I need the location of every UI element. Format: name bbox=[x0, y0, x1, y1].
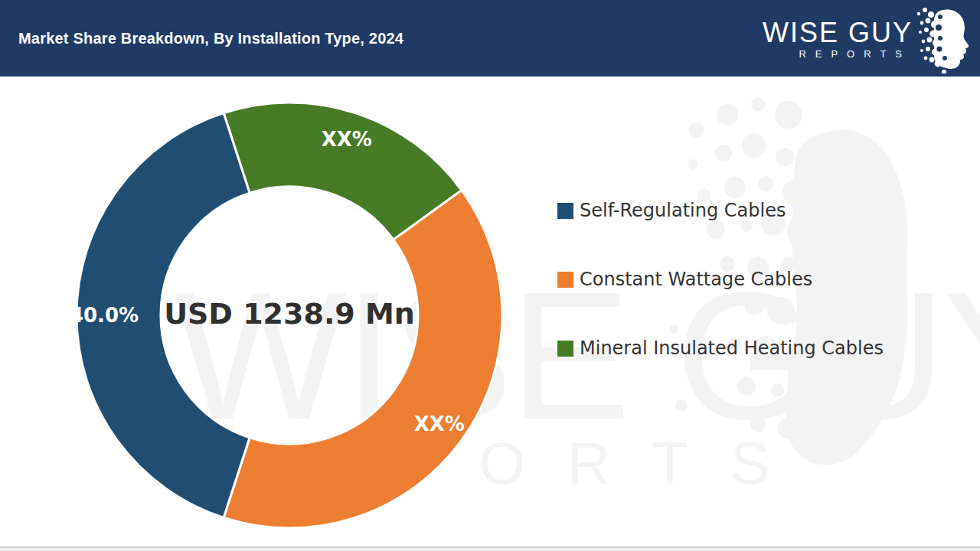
bottom-border bbox=[0, 546, 980, 551]
legend-item-mineral-insulated-heating-cables: Mineral Insulated Heating Cables bbox=[557, 338, 884, 358]
watermark-text-2: REPORTS bbox=[230, 429, 812, 498]
wiseguy-face-icon bbox=[914, 5, 972, 73]
legend-swatch-blue bbox=[557, 203, 573, 219]
report-page: Market Share Breakdown, By Installation … bbox=[0, 0, 980, 551]
chart-legend: Self-Regulating Cables Constant Wattage … bbox=[557, 201, 884, 358]
legend-item-self-regulating-cables: Self-Regulating Cables bbox=[557, 201, 884, 220]
legend-item-constant-wattage-cables: Constant Wattage Cables bbox=[557, 269, 884, 289]
legend-label: Self-Regulating Cables bbox=[580, 200, 786, 221]
legend-swatch-green bbox=[557, 341, 573, 357]
wiseguy-logo: WISE GUY REPORTS bbox=[789, 0, 972, 77]
logo-subtitle: REPORTS bbox=[799, 48, 911, 60]
header-bar: Market Share Breakdown, By Installation … bbox=[0, 0, 980, 77]
logo-wordmark: WISE GUY bbox=[763, 17, 913, 49]
page-title: Market Share Breakdown, By Installation … bbox=[18, 0, 403, 77]
legend-label: Mineral Insulated Heating Cables bbox=[580, 337, 884, 359]
donut-center-value: USD 1238.9 Mn bbox=[164, 297, 415, 331]
legend-label: Constant Wattage Cables bbox=[580, 269, 812, 290]
legend-swatch-orange bbox=[557, 272, 573, 288]
